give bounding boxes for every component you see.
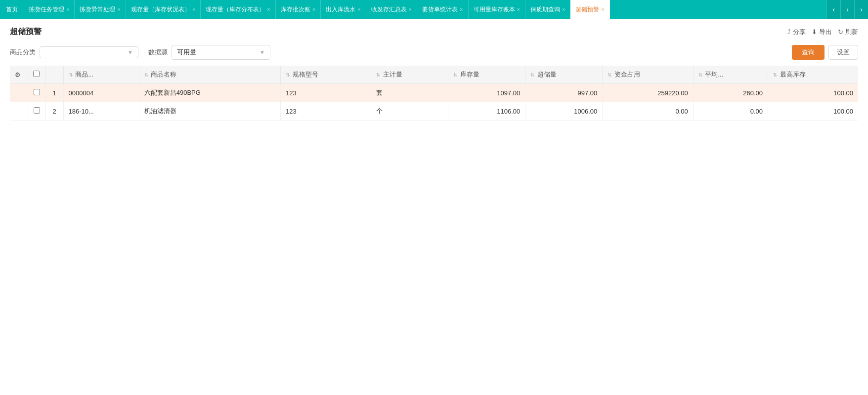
top-navigation: 首页 拣货任务管理 × 拣货异常处理 × 现存量（库存状况表） × 现存量（库存… — [0, 0, 868, 19]
nav-tab-t4[interactable]: 现存量（库存分布表） × — [201, 0, 275, 19]
share-button[interactable]: ⤴ 分享 — [787, 28, 806, 37]
close-tab-t8[interactable]: × — [460, 6, 463, 12]
close-tab-t5[interactable]: × — [312, 6, 315, 12]
col-capital[interactable]: ⇅ 资金占用 — [603, 66, 693, 84]
nav-arrows-container: ‹ › › — [826, 0, 868, 19]
table-row: 1 0000004 六配套新昌490BPG 123 套 1097.00 997.… — [10, 84, 858, 102]
filter-group-datasource: 数据源 可用量 ▼ — [148, 45, 270, 60]
row-checkbox-cell[interactable] — [28, 102, 45, 120]
nav-tab-t3[interactable]: 现存量（库存状况表） × — [126, 0, 201, 19]
row-stock-qty: 1097.00 — [448, 84, 525, 102]
col-over-qty[interactable]: ⇅ 超储量 — [525, 66, 603, 84]
nav-home[interactable]: 首页 — [0, 0, 24, 19]
sort-icon-capital: ⇅ — [608, 72, 611, 78]
row-product-name: 机油滤清器 — [139, 102, 280, 120]
datasource-label: 数据源 — [148, 48, 168, 57]
close-tab-t2[interactable]: × — [117, 6, 120, 12]
nav-arrow-left[interactable]: ‹ — [826, 0, 840, 19]
filter-row: 商品分类 ▼ 数据源 可用量 ▼ 查询 设置 — [10, 45, 858, 60]
page-title: 超储预警 — [10, 27, 42, 37]
row-capital: 0.00 — [603, 102, 693, 120]
close-tab-t3[interactable]: × — [192, 6, 195, 12]
nav-tab-t11[interactable]: 超储预警 × — [570, 0, 609, 19]
refresh-icon: ↻ — [838, 28, 843, 36]
col-product-code[interactable]: ⇅ 商品... — [63, 66, 139, 84]
nav-tab-t5[interactable]: 库存批次账 × — [276, 0, 321, 19]
col-spec[interactable]: ⇅ 规格型号 — [280, 66, 371, 84]
row-actions-cell — [10, 102, 28, 120]
close-tab-t10[interactable]: × — [562, 6, 565, 12]
sort-icon-stock-qty: ⇅ — [453, 72, 457, 78]
row-max-stock: 100.00 — [768, 84, 858, 102]
share-icon: ⤴ — [787, 28, 791, 36]
row-capital: 259220.00 — [603, 84, 693, 102]
row-avg: 0.00 — [693, 102, 768, 120]
sort-icon-product-code: ⇅ — [69, 72, 73, 78]
category-select[interactable]: ▼ — [40, 46, 138, 58]
col-select-all[interactable] — [28, 66, 45, 84]
datasource-chevron-icon: ▼ — [260, 49, 265, 55]
sort-icon-max-stock: ⇅ — [773, 72, 777, 78]
row-avg: 260.00 — [693, 84, 768, 102]
row-num: 2 — [45, 102, 63, 120]
page-header: 超储预警 ⤴ 分享 ⬇ 导出 ↻ 刷新 — [10, 27, 858, 37]
query-button[interactable]: 查询 — [792, 45, 825, 60]
nav-arrow-right[interactable]: › — [840, 0, 854, 19]
nav-tab-t7[interactable]: 收发存汇总表 × — [366, 0, 417, 19]
col-max-stock[interactable]: ⇅ 最高库存 — [768, 66, 858, 84]
row-unit: 个 — [371, 102, 448, 120]
data-table: ⚙ ⇅ 商品... ⇅ 商品名称 ⇅ 规格型号 — [10, 66, 858, 120]
col-avg[interactable]: ⇅ 平均... — [693, 66, 768, 84]
nav-tab-t2[interactable]: 拣货异常处理 × — [75, 0, 126, 19]
close-tab-t9[interactable]: × — [517, 6, 520, 12]
close-tab-t11[interactable]: × — [601, 6, 604, 12]
col-unit[interactable]: ⇅ 主计量 — [371, 66, 448, 84]
nav-tab-t6[interactable]: 出入库流水 × — [321, 0, 366, 19]
col-stock-qty[interactable]: ⇅ 库存量 — [448, 66, 525, 84]
datasource-select[interactable]: 可用量 ▼ — [172, 45, 270, 60]
nav-arrow-more[interactable]: › — [854, 0, 868, 19]
row-product-name: 六配套新昌490BPG — [139, 84, 280, 102]
row-spec: 123 — [280, 102, 371, 120]
sort-icon-spec: ⇅ — [286, 72, 290, 78]
settings-button[interactable]: 设置 — [828, 45, 858, 60]
row-max-stock: 100.00 — [768, 102, 858, 120]
filter-group-category: 商品分类 ▼ — [10, 46, 138, 58]
page-content: 超储预警 ⤴ 分享 ⬇ 导出 ↻ 刷新 商品分类 ▼ 数据源 — [0, 19, 868, 395]
nav-tab-t8[interactable]: 要货单统计表 × — [417, 0, 468, 19]
col-rownum — [45, 66, 63, 84]
export-icon: ⬇ — [812, 28, 817, 36]
row-product-code: 186-10... — [63, 102, 139, 120]
close-tab-t6[interactable]: × — [357, 6, 360, 12]
close-tab-t4[interactable]: × — [267, 6, 270, 12]
header-actions: ⤴ 分享 ⬇ 导出 ↻ 刷新 — [787, 28, 858, 37]
row-over-qty: 997.00 — [525, 84, 603, 102]
sort-icon-unit: ⇅ — [376, 72, 380, 78]
col-product-name[interactable]: ⇅ 商品名称 — [139, 66, 280, 84]
row-checkbox-cell[interactable] — [28, 84, 45, 102]
row-num: 1 — [45, 84, 63, 102]
select-all-checkbox[interactable] — [33, 71, 40, 77]
category-chevron-icon: ▼ — [128, 49, 133, 55]
row-unit: 套 — [371, 84, 448, 102]
col-gear[interactable]: ⚙ — [10, 66, 28, 84]
sort-icon-over-qty: ⇅ — [530, 72, 534, 78]
nav-tab-t10[interactable]: 保质期查询 × — [525, 0, 570, 19]
nav-tab-t1[interactable]: 拣货任务管理 × — [24, 0, 75, 19]
row-checkbox[interactable] — [34, 89, 40, 95]
row-checkbox[interactable] — [34, 107, 40, 114]
gear-icon: ⚙ — [15, 71, 21, 79]
filter-actions: 查询 设置 — [792, 45, 858, 60]
sort-icon-product-name: ⇅ — [144, 72, 148, 78]
category-label: 商品分类 — [10, 48, 36, 57]
close-tab-t7[interactable]: × — [409, 6, 412, 12]
row-product-code: 0000004 — [63, 84, 139, 102]
nav-tab-t9[interactable]: 可用量库存账本 × — [469, 0, 525, 19]
close-tab-t1[interactable]: × — [66, 6, 69, 12]
export-button[interactable]: ⬇ 导出 — [812, 28, 832, 37]
row-stock-qty: 1106.00 — [448, 102, 525, 120]
table-row: 2 186-10... 机油滤清器 123 个 1106.00 1006.00 … — [10, 102, 858, 120]
refresh-button[interactable]: ↻ 刷新 — [838, 28, 858, 37]
datasource-value: 可用量 — [177, 48, 196, 57]
row-over-qty: 1006.00 — [525, 102, 603, 120]
